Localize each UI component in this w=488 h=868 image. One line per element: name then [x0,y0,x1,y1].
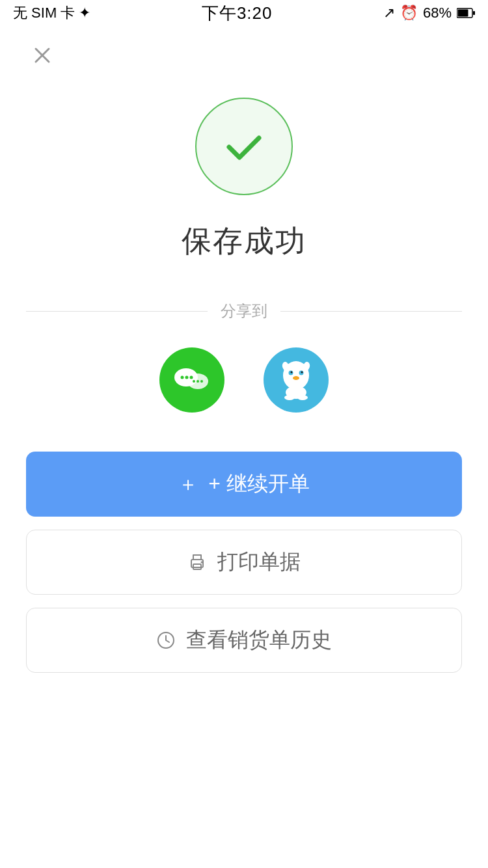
status-left: 无 SIM 卡 ✦ [13,3,90,23]
history-icon [156,631,176,650]
alarm-icon: ⏰ [400,5,418,21]
continue-label: + 继续开单 [208,470,310,498]
success-title: 保存成功 [182,221,306,262]
svg-point-26 [201,562,203,563]
share-divider: 分享到 [26,301,462,321]
svg-point-10 [193,380,195,383]
svg-point-11 [197,380,199,383]
divider-left [26,311,208,312]
history-button[interactable]: 查看销货单历史 [26,608,462,673]
sim-label: 无 SIM 卡 ✦ [13,3,90,23]
svg-point-7 [181,376,184,379]
share-label: 分享到 [221,301,267,321]
share-section: 分享到 [26,301,462,413]
svg-point-22 [284,395,295,400]
svg-point-23 [297,395,308,400]
print-label: 打印单据 [217,548,301,576]
svg-point-9 [190,376,193,379]
qq-button[interactable] [264,347,329,413]
print-button[interactable]: 打印单据 [26,530,462,595]
svg-rect-2 [473,11,475,15]
wechat-icon [173,364,211,396]
status-right: ↗ ⏰ 68% [383,5,475,21]
battery-icon [457,8,475,18]
location-icon: ↗ [383,5,395,21]
battery-label: 68% [423,5,452,21]
success-circle [195,98,293,195]
svg-rect-1 [457,10,468,17]
svg-point-12 [200,380,203,383]
continue-button[interactable]: ＋ + 继续开单 [26,452,462,517]
history-label: 查看销货单历史 [186,626,332,655]
divider-right [280,311,462,312]
close-button[interactable] [26,39,59,72]
status-bar: 无 SIM 卡 ✦ 下午3:20 ↗ ⏰ 68% [0,0,488,26]
svg-point-17 [301,372,303,373]
svg-point-18 [293,376,299,380]
qq-icon [277,357,316,403]
plus-icon: ＋ [178,471,198,498]
printer-icon [187,553,207,571]
checkmark-icon [221,124,267,169]
close-icon [32,45,53,66]
wechat-button[interactable] [159,347,224,413]
svg-point-16 [291,372,293,373]
status-time: 下午3:20 [202,2,273,25]
share-icons [26,347,462,413]
svg-point-8 [185,376,189,379]
actions: ＋ + 继续开单 打印单据 查看销货单历史 [26,452,462,673]
main-content: 保存成功 分享到 [0,59,488,868]
